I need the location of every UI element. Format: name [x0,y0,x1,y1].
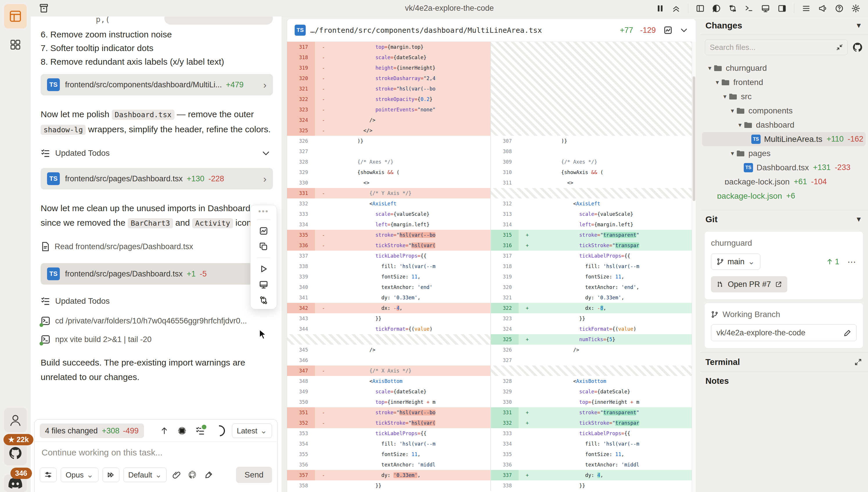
github-icon[interactable] [852,42,863,52]
diff-line[interactable]: 354 fill: 'hsl(var(--m [287,439,490,449]
diff-line[interactable]: 325+ numTicks={5} [491,334,696,345]
diff-line[interactable]: 345 /> [287,345,490,355]
diff-line[interactable]: 333 scale={valueScale} [287,209,490,219]
tree-folder[interactable]: ▾components [702,103,866,118]
diff-line[interactable]: 347- {/* X Axis */} [287,366,490,376]
diff-line[interactable]: 346 [287,355,490,366]
diff-line[interactable]: 337 tickLabelProps={{ [287,251,490,261]
diff-line[interactable]: 357- dy: '0.33em', [287,470,490,481]
collapse-up-icon[interactable] [672,4,680,13]
diff-line[interactable]: 324 tickFormat={(value) [491,324,696,334]
megaphone-icon[interactable] [818,4,827,13]
diff-line[interactable]: 328 {/* Axes */} [287,157,490,167]
diff-line[interactable]: 353 tickLabelProps={{ [287,428,490,439]
diff-line[interactable]: 330 <> [287,177,490,188]
diff-line[interactable]: 332 <AxisLeft [287,198,490,209]
diff-line[interactable]: 323- pointerEvents="none" [287,104,490,115]
diff-line[interactable]: 338 fill: 'hsl(var(--m [287,261,490,272]
diff-line[interactable]: 327 [491,355,696,366]
scrollbar-thumb[interactable] [693,76,695,201]
tree-folder[interactable]: ▾pages [702,146,866,161]
git-compare-icon[interactable] [728,4,737,13]
diff-line[interactable]: 350 top={innerHeight + m [287,397,490,407]
monitor-icon[interactable] [259,280,268,289]
diff-line[interactable]: 334 left={margin.left} [287,219,490,230]
chevron-down-icon[interactable] [680,26,688,34]
diff-line[interactable]: 322- strokeOpacity={0.2} [287,94,490,104]
more-actions-icon[interactable]: ••• [258,209,269,213]
collapse-all-icon[interactable] [836,44,843,51]
diff-line[interactable]: 340 textAnchor: 'end' [287,282,490,292]
help-icon[interactable] [835,4,844,13]
diff-line[interactable]: 331- {/* Y Axis */} [287,188,490,198]
tree-folder[interactable]: ▾dashboard [702,118,866,132]
archive-box-icon[interactable] [39,3,49,14]
edit-pencil-icon[interactable] [844,329,852,337]
spark-icon[interactable] [178,426,187,436]
diff-line[interactable]: 337+ dy: 4, [491,470,696,481]
diff-line[interactable]: 339 fontSize: 11, [287,272,490,282]
file-chip[interactable]: TS frontend/src/components/dashboard/Mul… [41,74,273,95]
working-branch-input[interactable] [716,328,844,338]
diff-line[interactable]: 344 tickFormat={(value) [287,324,490,334]
diff-line[interactable]: 312 <AxisLeft [491,198,696,209]
diff-line[interactable]: 321- stroke="hsl(var(--bo [287,83,490,94]
menu-icon[interactable] [802,4,811,13]
chevron-right-icon[interactable]: › [263,80,266,90]
diff-line[interactable]: 336- tickStroke="hsl(var( [287,240,490,251]
model-select[interactable]: Opus ⌄ [61,468,98,482]
file-chip[interactable]: TS frontend/src/pages/Dashboard.tsx +1 -… [41,263,273,285]
diff-line[interactable]: 329 {showAxis && ( [287,167,490,177]
caret-down-icon[interactable]: ▾ [721,93,729,100]
diff-line[interactable]: 309 {/* Axes */} [491,157,696,167]
git-compare-icon[interactable] [259,296,268,305]
account-button[interactable] [4,408,27,432]
diff-line[interactable]: 349 scale={dateScale} [287,387,490,397]
diff-line[interactable]: 338 }} [491,481,696,491]
tree-folder[interactable]: ▾src [702,89,866,103]
diff-line[interactable]: 307 )} [491,136,696,146]
diff-line[interactable]: 330 top={innerHeight + m [491,397,696,407]
notes-section-header[interactable]: Notes [700,371,868,390]
more-options-icon[interactable]: ⋯ [847,257,857,267]
updated-todos-row[interactable]: Updated Todos [41,296,273,306]
expand-icon[interactable] [854,358,862,366]
sign-button[interactable] [203,470,215,479]
diff-line[interactable]: 318- scale={dateScale} [287,52,490,63]
search-input[interactable] [709,43,836,52]
pause-icon[interactable] [656,4,664,13]
diff-line[interactable]: 342- dx: -4, [287,303,490,313]
diff-line[interactable]: 332+ tickStroke="transpar [491,418,696,428]
mode-select[interactable]: Default ⌄ [123,468,167,482]
diff-line[interactable]: 320 textAnchor: 'end', [491,282,696,292]
diff-line[interactable]: 313 scale={valueScale} [491,209,696,219]
open-pr-button[interactable]: Open PR #7 [711,276,787,292]
updated-todos-row[interactable]: Updated Todos [41,148,273,158]
sidebar-item-workspace[interactable] [4,4,27,28]
panel-right-icon[interactable] [778,4,787,13]
diff-line[interactable]: 311 <> [491,177,696,188]
file-chip[interactable]: TS frontend/src/pages/Dashboard.tsx +130… [41,168,273,190]
chevron-right-icon[interactable]: › [263,174,266,183]
diff-line[interactable]: 326 /> [491,345,696,355]
terminal-command-row[interactable]: npx vite build 2>&1 | tail -20 [41,335,273,344]
file-search[interactable] [705,40,848,55]
panel-left-icon[interactable] [696,4,705,13]
send-button[interactable]: Send [236,467,272,483]
branch-select[interactable]: main ⌄ [711,253,760,270]
diff-line[interactable]: 322+ dx: -8, [491,303,696,313]
settings-gear-icon[interactable] [851,4,861,13]
scroll-up-icon[interactable] [160,426,169,436]
triangle-down-icon[interactable]: ▼ [855,22,862,30]
caret-down-icon[interactable]: ▾ [736,121,744,129]
diff-line[interactable]: 328 <AxisBottom [491,376,696,387]
diff-line[interactable]: 317 tickLabelProps={{ [491,251,696,261]
diff-line[interactable]: 335 fontSize: 11, [491,449,696,460]
diff-line[interactable]: 336 textAnchor: 'middl [491,460,696,470]
caret-down-icon[interactable]: ▾ [729,107,736,115]
signature-icon[interactable] [663,26,673,35]
composer-settings-button[interactable] [40,468,56,482]
terminal-icon[interactable] [745,4,753,13]
diff-line[interactable]: 319 fontSize: 11, [491,272,696,282]
diff-scrollbar[interactable] [692,42,696,492]
